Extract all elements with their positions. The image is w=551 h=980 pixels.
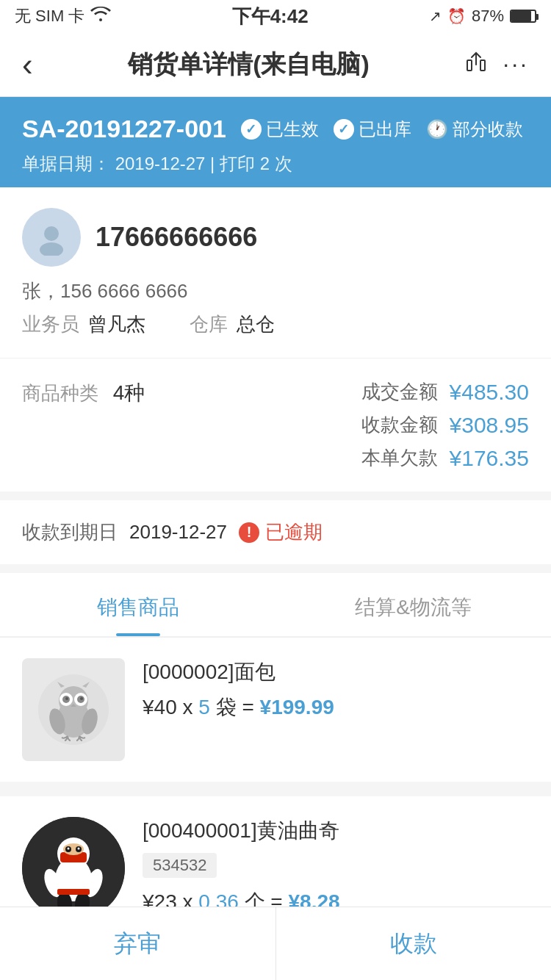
svg-rect-0: [467, 60, 472, 71]
status-time: 下午4:42: [232, 4, 309, 29]
reject-label: 弃审: [114, 928, 161, 960]
customer-id: 17666666666: [96, 222, 257, 253]
collect-label: 收款: [390, 928, 437, 960]
status-shipped-label: 已出库: [359, 118, 411, 141]
unit-price-1: ¥40: [143, 696, 177, 718]
status-right: ↗ ⏰ 87%: [429, 7, 536, 26]
avatar: [22, 208, 81, 267]
debt-amount: ¥176.35: [450, 446, 529, 471]
sim-label: 无 SIM 卡: [15, 5, 84, 27]
print-suffix: 次: [275, 154, 292, 173]
location-icon: ↗: [429, 7, 442, 25]
receipt-label: 收款金额: [361, 412, 438, 438]
collect-button[interactable]: 收款: [276, 907, 552, 980]
product-info-1: [0000002]面包 ¥40 x 5 袋 = ¥199.99: [143, 658, 529, 721]
customer-meta: 业务员 曾凡杰 仓库 总仓: [22, 311, 529, 337]
salesperson-label: 业务员: [22, 311, 79, 337]
wifi-icon: [90, 7, 111, 26]
deal-label: 成交金额: [361, 379, 438, 405]
product-price-1: ¥40 x 5 袋 = ¥199.99: [143, 693, 529, 721]
page-title: 销货单详情(来自电脑): [128, 48, 370, 82]
header-banner: SA-20191227-001 ✓ 已生效 ✓ 已出库 🕐 部分收款 单据日期：…: [0, 97, 551, 187]
svg-point-25: [68, 848, 70, 850]
summary-right: 成交金额 ¥485.30 收款金额 ¥308.95 本单欠款 ¥176.35: [361, 379, 529, 471]
status-badge-shipped: ✓ 已出库: [334, 118, 411, 141]
svg-rect-1: [480, 60, 485, 71]
alarm-icon: ⏰: [447, 7, 466, 25]
svg-rect-31: [57, 889, 90, 895]
multiply-sign-1: x: [183, 696, 199, 718]
nav-left: ‹: [22, 46, 33, 83]
product-image-2: [22, 817, 125, 920]
order-date-row: 单据日期： 2019-12-27 | 打印 2 次: [22, 152, 529, 176]
nav-bar: ‹ 销货单详情(来自电脑) ···: [0, 32, 551, 97]
customer-sub-info: 张，156 6666 6666: [22, 278, 529, 304]
product-type-row: 商品种类 4种: [22, 379, 145, 407]
battery-label: 87%: [472, 7, 504, 26]
overdue-date: 2019-12-27: [129, 521, 227, 544]
battery-icon: [510, 10, 536, 23]
tab-settlement-label: 结算&物流等: [355, 596, 472, 619]
svg-point-11: [65, 697, 68, 700]
warehouse-item: 仓库 总仓: [190, 311, 275, 337]
warehouse-value: 总仓: [237, 311, 275, 337]
deal-amount-row: 成交金额 ¥485.30: [361, 379, 529, 405]
status-effected-label: 已生效: [266, 118, 319, 141]
share-icon[interactable]: [464, 50, 488, 79]
product-info-2: [000400001]黄油曲奇 534532 ¥23 x 0.36 个 = ¥8…: [143, 817, 529, 916]
tab-settlement[interactable]: 结算&物流等: [276, 573, 551, 636]
product-name-1: [0000002]面包: [143, 658, 529, 686]
product-list: [0000002]面包 ¥40 x 5 袋 = ¥199.99: [0, 638, 551, 940]
summary-section: 商品种类 4种 成交金额 ¥485.30 收款金额 ¥308.95 本单欠款 ¥…: [0, 359, 551, 500]
order-date: 2019-12-27: [115, 154, 206, 173]
deal-amount: ¥485.30: [450, 380, 529, 405]
print-label: | 打印: [210, 154, 260, 173]
tab-sales-label: 销售商品: [97, 596, 179, 619]
product-image-1: [22, 658, 125, 761]
qty-1: 5: [198, 696, 210, 718]
warehouse-label: 仓库: [190, 311, 228, 337]
print-count: 2: [260, 154, 270, 173]
back-button[interactable]: ‹: [22, 46, 33, 83]
clock-icon: 🕐: [426, 119, 448, 140]
svg-point-12: [80, 697, 83, 700]
equals-sign-1: =: [242, 696, 259, 718]
bottom-bar: 弃审 收款: [0, 907, 551, 980]
tab-sales-products[interactable]: 销售商品: [0, 573, 276, 636]
overdue-text: 已逾期: [265, 519, 323, 545]
salesperson-value: 曾凡杰: [88, 311, 145, 337]
salesperson-item: 业务员 曾凡杰: [22, 311, 145, 337]
status-badge-effected: ✓ 已生效: [241, 118, 319, 141]
overdue-badge: ! 已逾期: [239, 516, 323, 548]
status-left: 无 SIM 卡: [15, 5, 111, 27]
receipt-amount-row: 收款金额 ¥308.95: [361, 412, 529, 438]
status-partial-label: 部分收款: [453, 118, 523, 141]
debt-amount-row: 本单欠款 ¥176.35: [361, 445, 529, 471]
svg-point-26: [78, 848, 80, 850]
order-id: SA-20191227-001: [22, 115, 226, 143]
overdue-section: 收款到期日 2019-12-27 ! 已逾期: [0, 500, 551, 573]
customer-section: 17666666666 张，156 6666 6666 业务员 曾凡杰 仓库 总…: [0, 187, 551, 359]
product-name-2: [000400001]黄油曲奇: [143, 817, 529, 845]
product-type-value: 4种: [113, 381, 145, 404]
product-card-1: [0000002]面包 ¥40 x 5 袋 = ¥199.99: [0, 638, 551, 782]
debt-label: 本单欠款: [361, 445, 438, 471]
more-icon[interactable]: ···: [503, 51, 529, 78]
nav-right: ···: [464, 50, 529, 79]
svg-point-3: [40, 242, 63, 256]
check-icon-1: ✓: [241, 119, 262, 140]
svg-point-2: [44, 226, 59, 241]
date-label: 单据日期：: [22, 154, 110, 173]
product-type-label: 商品种类: [22, 382, 98, 404]
reject-button[interactable]: 弃审: [0, 907, 276, 980]
summary-left: 商品种类 4种: [22, 379, 145, 407]
unit-1: 袋: [216, 696, 237, 718]
check-icon-2: ✓: [334, 119, 354, 140]
status-bar: 无 SIM 卡 下午4:42 ↗ ⏰ 87%: [0, 0, 551, 32]
status-badge-partial: 🕐 部分收款: [426, 118, 523, 141]
total-1: ¥199.99: [260, 696, 334, 718]
overdue-dot-icon: !: [239, 522, 259, 543]
receipt-amount: ¥308.95: [450, 413, 529, 438]
tabs-section: 销售商品 结算&物流等: [0, 573, 551, 638]
overdue-label: 收款到期日: [22, 519, 118, 545]
